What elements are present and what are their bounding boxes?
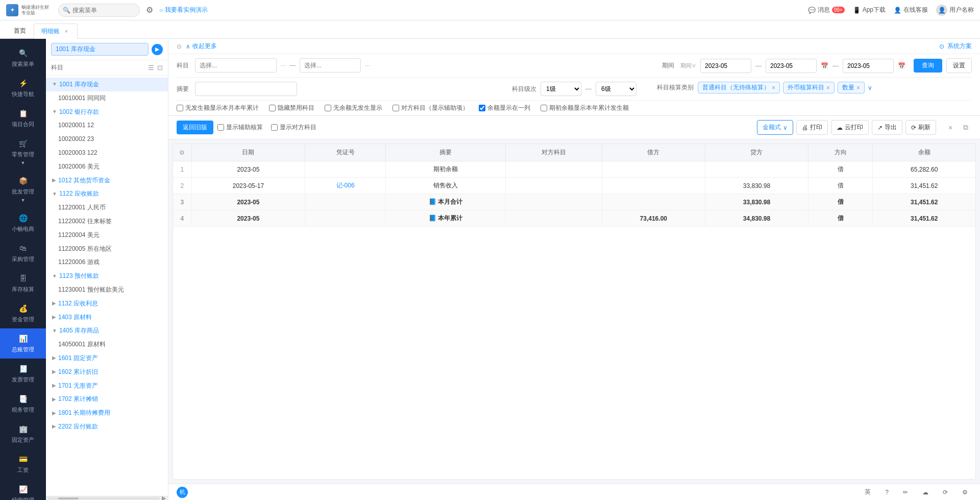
cb-no-occur[interactable]: 无发生额显示本月本年累计 [177,104,259,112]
tree-item-1405[interactable]: ▼ 1405 库存商品 [46,324,168,338]
tree-item-1001[interactable]: ▼ 1001 库存现金 [46,78,168,91]
cb-show-opposite[interactable]: 显示对方科目 [271,123,316,132]
tree-item-10020001[interactable]: 10020001 12 [46,118,168,132]
horizontal-scrollbar[interactable]: ▶ [46,496,168,500]
filter-tag-close-0[interactable]: × [772,84,775,91]
cb-show-opposite-input[interactable] [271,124,278,131]
sidebar-item-operations[interactable]: 📈 经营管理 [0,479,46,500]
sidebar-item-invoice[interactable]: 🧾 发票管理 [0,359,46,389]
tree-item-11220001[interactable]: 11220001 人民币 [46,201,168,215]
tree-item-1403[interactable]: ▶ 1403 原材料 [46,311,168,324]
level-to-select[interactable]: 6级 5级 4级 [596,82,636,96]
cb-no-occur-input[interactable] [177,105,183,111]
scroll-right-btn[interactable]: ▶ [162,495,166,500]
expand-icon[interactable]: ⊡ [157,64,163,72]
calendar-end-icon[interactable]: 📅 [898,62,905,69]
scheme-label[interactable]: 系统方案 [947,42,972,51]
query-btn[interactable]: 查询 [914,59,942,73]
tree-item-11230001[interactable]: 11230001 预付账款美元 [46,283,168,297]
sidebar-item-tax[interactable]: 📑 税务管理 [0,389,46,419]
message-btn[interactable]: 💬 消息 99+ [808,6,845,14]
settings-status-btn[interactable]: ⚙ [958,487,972,497]
voucher-link-2[interactable]: 记-006 [336,182,355,189]
tree-item-11220004[interactable]: 11220004 美元 [46,228,168,242]
subject-input[interactable] [195,58,277,73]
sidebar-item-project[interactable]: 📋 项目合同 [0,103,46,133]
online-service-btn[interactable]: 👤 在线客服 [894,6,928,14]
cb-show-auxiliary[interactable]: 显示辅助核算 [217,123,263,132]
period-end-input2[interactable] [843,59,894,73]
filter-tag-close-1[interactable]: × [826,84,830,91]
tree-item-1002[interactable]: ▼ 1002 银行存款 [46,105,168,119]
settings-icon[interactable]: ⚙ [146,5,153,15]
lang-btn[interactable]: 英 [861,486,875,498]
sidebar-item-retail[interactable]: 🛒 零售管理 ▼ [0,133,46,171]
cb-hide-disable[interactable]: 隐藏禁用科目 [269,104,314,112]
period-end-input[interactable] [766,59,817,73]
demo-link[interactable]: ○ 我要看实例演示 [159,6,208,14]
restore-window-btn[interactable]: ⧉ [960,122,972,134]
sidebar-item-purchase[interactable]: 🛍 采购管理 [0,238,46,268]
cb-show-auxiliary-input[interactable] [217,124,224,131]
search-input[interactable] [72,7,135,14]
subject-nav-btn[interactable]: ▶ [152,44,163,55]
close-window-btn[interactable]: × [944,122,957,134]
refresh-btn[interactable]: ⟳ 刷新 [905,120,936,135]
menu-search-bar[interactable]: 🔍 [58,4,140,17]
sidebar-item-search[interactable]: 🔍 搜索菜单 [0,43,46,73]
sync-btn[interactable]: ⟳ [939,487,952,497]
expand-more-btn[interactable]: ∧ 收起更多 [186,42,217,51]
export-btn[interactable]: ↗ 导出 [872,120,902,135]
subject-end-input[interactable] [300,58,361,73]
sidebar-item-capital[interactable]: 💰 资金管理 [0,298,46,328]
tree-item-10020002[interactable]: 10020002 23 [46,132,168,146]
sidebar-item-quicknav[interactable]: ⚡ 快捷导航 [0,73,46,103]
cb-hide-disable-input[interactable] [269,105,276,111]
tree-item-11220002[interactable]: 11220002 往来标签 [46,215,168,228]
tree-item-1801[interactable]: ▶ 1801 长期待摊费用 [46,406,168,420]
cb-balance-single[interactable]: 余额显示在一列 [479,104,530,112]
cb-period-display-input[interactable] [541,105,547,111]
filter-tag-close-2[interactable]: × [856,84,860,91]
tree-item-1602[interactable]: ▶ 1602 累计折旧 [46,365,168,379]
tree-item-10020006[interactable]: 10020006 美元 [46,160,168,174]
cb-opposite[interactable]: 对方科目（显示辅助项） [393,104,469,112]
sidebar-item-ecommerce[interactable]: 🌐 小畅电商 [0,208,46,238]
tree-item-1702[interactable]: ▶ 1702 累计摊销 [46,392,168,406]
amount-style-btn[interactable]: 金额式 ∨ [757,120,793,135]
tree-item-1123[interactable]: ▼ 1123 预付账款 [46,269,168,283]
bot-icon[interactable]: 机 [177,487,188,498]
sidebar-item-salary[interactable]: 💳 工资 [0,449,46,479]
period-type-select[interactable]: 期间∨ [680,62,696,69]
tree-item-1701[interactable]: ▶ 1701 无形资产 [46,379,168,393]
cb-opposite-input[interactable] [393,105,399,111]
user-menu[interactable]: 👤 用户名称 [936,5,974,16]
tab-home[interactable]: 首页 [6,23,34,38]
subject-more-btn[interactable]: ··· [281,62,285,68]
tree-item-11220005[interactable]: 11220005 所在地区 [46,242,168,256]
scheme-link[interactable]: ⊙ [939,43,944,50]
edit-btn[interactable]: ✏ [899,487,912,497]
tab-detail[interactable]: 明细账 × [34,23,78,39]
tree-item-1122[interactable]: ▼ 1122 应收账款 [46,187,168,201]
sidebar-item-wholesale[interactable]: 📦 批发管理 ▼ [0,171,46,208]
app-download-btn[interactable]: 📱 App下载 [853,6,886,14]
period-start-input[interactable] [700,59,751,73]
calendar-start-icon[interactable]: 📅 [821,62,828,69]
return-old-btn[interactable]: 返回旧版 [177,121,213,134]
summary-input[interactable] [195,82,297,96]
cloud-btn[interactable]: ☁ [918,487,933,497]
tree-item-10010001[interactable]: 10010001 同同同 [46,91,168,105]
help-btn[interactable]: ? [881,487,893,497]
sidebar-item-inventory[interactable]: 🗄 库存核算 [0,268,46,298]
list-view-icon[interactable]: ☰ [148,64,154,72]
cb-no-balance-input[interactable] [325,105,331,111]
settings-btn[interactable]: 设置 [946,58,972,73]
tree-item-10020003[interactable]: 10020003 122 [46,146,168,160]
tree-item-1132[interactable]: ▶ 1132 应收利息 [46,297,168,311]
sidebar-item-ledger[interactable]: 📊 总账管理 [0,328,46,359]
cloud-print-btn[interactable]: ☁ 云打印 [831,120,869,135]
print-btn[interactable]: 🖨 打印 [796,120,828,135]
sidebar-item-assets[interactable]: 🏢 固定资产 [0,419,46,449]
tree-item-1012[interactable]: ▶ 1012 其他货币资金 [46,174,168,187]
